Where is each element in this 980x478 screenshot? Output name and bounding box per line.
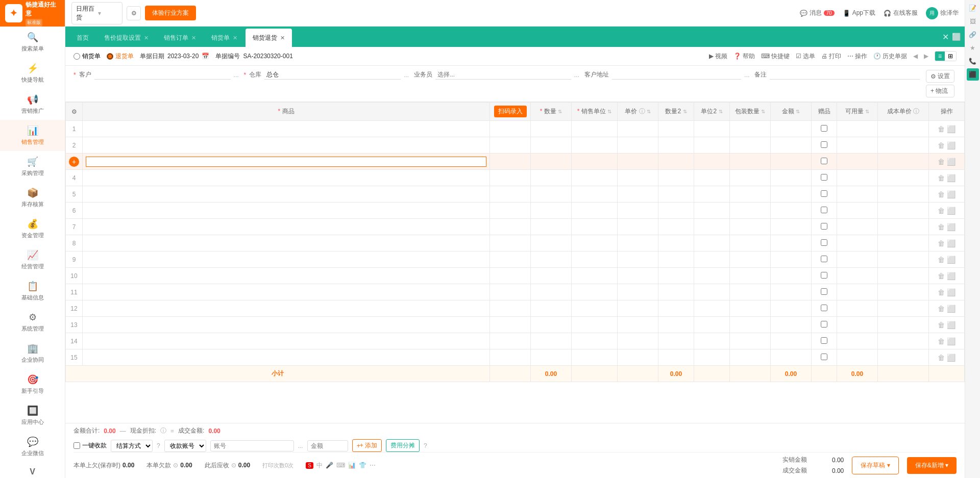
amount-cell[interactable]: [771, 317, 812, 333]
online-service-button[interactable]: 🎧 在线客服: [884, 9, 918, 17]
account-select[interactable]: 收款账号: [164, 440, 206, 452]
amount-cell[interactable]: [771, 219, 812, 235]
product-cell[interactable]: [83, 317, 490, 333]
quantity2-cell[interactable]: [658, 219, 694, 235]
sales-unit-cell[interactable]: [572, 170, 618, 186]
help-action[interactable]: ❓ 帮助: [733, 52, 755, 61]
message-button[interactable]: 💬 消息 70: [800, 9, 835, 17]
gift-cell[interactable]: [812, 268, 837, 284]
shortcut-action[interactable]: ⌨ 快捷键: [761, 52, 790, 61]
product-input[interactable]: [86, 157, 486, 167]
copy-row-icon[interactable]: ⬜: [947, 288, 955, 296]
quantity-cell[interactable]: [531, 317, 572, 333]
address-input[interactable]: [612, 70, 742, 80]
amount-cell[interactable]: [771, 300, 812, 317]
customer-select-icon[interactable]: ...: [234, 71, 239, 79]
unit2-cell[interactable]: [694, 251, 730, 268]
package-qty-cell[interactable]: [730, 137, 771, 154]
quantity2-cell[interactable]: [658, 333, 694, 349]
quantity2-cell[interactable]: [658, 349, 694, 366]
amount-cell[interactable]: [771, 170, 812, 186]
quantity2-cell[interactable]: [658, 251, 694, 268]
unit2-cell[interactable]: [694, 284, 730, 300]
product-cell[interactable]: [83, 203, 490, 219]
quantity-cell[interactable]: [531, 121, 572, 137]
account-dots[interactable]: ...: [298, 442, 303, 449]
copy-row-icon[interactable]: ⬜: [947, 125, 955, 133]
unit2-cell[interactable]: [694, 137, 730, 154]
delete-row-icon[interactable]: 🗑: [938, 158, 945, 166]
product-cell[interactable]: [83, 219, 490, 235]
product-cell[interactable]: [83, 154, 490, 170]
delete-row-icon[interactable]: 🗑: [938, 305, 945, 313]
package-qty-cell[interactable]: [730, 186, 771, 203]
restore-tab-icon[interactable]: ⬜: [952, 33, 961, 41]
cost-price-cell[interactable]: [878, 235, 929, 251]
unit-price-cell[interactable]: [618, 219, 658, 235]
unit2-cell[interactable]: [694, 317, 730, 333]
amount-sort-icon[interactable]: ⇅: [796, 109, 800, 114]
copy-row-icon[interactable]: ⬜: [947, 321, 955, 329]
gift-checkbox[interactable]: [821, 288, 827, 295]
unit-price-cell[interactable]: [618, 317, 658, 333]
sidebar-item-finance[interactable]: 💰 资金管理: [0, 213, 65, 244]
quantity2-cell[interactable]: [658, 317, 694, 333]
product-cell[interactable]: [83, 186, 490, 203]
unit2-cell[interactable]: [694, 170, 730, 186]
cost-price-cell[interactable]: [878, 137, 929, 154]
copy-row-icon[interactable]: ⬜: [947, 158, 955, 166]
available-cell[interactable]: [837, 333, 878, 349]
quantity2-cell[interactable]: [658, 137, 694, 154]
gift-checkbox[interactable]: [821, 354, 827, 360]
gift-cell[interactable]: [812, 170, 837, 186]
unit-price-sort-icon[interactable]: ⇅: [647, 109, 651, 114]
gift-checkbox[interactable]: [821, 174, 827, 181]
quantity-sort-icon[interactable]: ⇅: [558, 109, 562, 114]
product-cell[interactable]: [83, 121, 490, 137]
unit2-cell[interactable]: [694, 203, 730, 219]
sidebar-item-inventory[interactable]: 📦 库存核算: [0, 182, 65, 213]
gift-cell[interactable]: [812, 284, 837, 300]
quantity-cell[interactable]: [531, 333, 572, 349]
amount-cell[interactable]: [771, 154, 812, 170]
amount-cell[interactable]: [771, 333, 812, 349]
product-cell[interactable]: [83, 268, 490, 284]
copy-row-icon[interactable]: ⬜: [947, 207, 955, 215]
right-tool-image[interactable]: 🖼: [967, 15, 979, 28]
quantity2-cell[interactable]: [658, 284, 694, 300]
amount-cell[interactable]: [771, 251, 812, 268]
dots-icon[interactable]: ⋯: [370, 462, 376, 469]
available-cell[interactable]: [837, 268, 878, 284]
sidebar-item-purchase[interactable]: 🛒 采购管理: [0, 151, 65, 182]
gift-checkbox[interactable]: [821, 337, 827, 344]
sales-unit-cell[interactable]: [572, 154, 618, 170]
package-qty-cell[interactable]: [730, 284, 771, 300]
experience-btn[interactable]: 体验行业方案: [145, 6, 196, 20]
quantity2-cell[interactable]: [658, 235, 694, 251]
copy-row-icon[interactable]: ⬜: [947, 174, 955, 182]
sidebar-item-shortcuts[interactable]: ⚡ 快捷导航: [0, 58, 65, 89]
available-cell[interactable]: [837, 251, 878, 268]
tab-close-sales-delivery[interactable]: ✕: [233, 35, 237, 41]
unit-price-cell[interactable]: [618, 300, 658, 317]
delete-row-icon[interactable]: 🗑: [938, 141, 945, 149]
one-click-pay-checkbox[interactable]: 一键收款: [74, 441, 107, 450]
sidebar-item-member[interactable]: V 畅会员: [0, 462, 65, 478]
quantity2-cell[interactable]: [658, 121, 694, 137]
unit2-sort-icon[interactable]: ⇅: [719, 109, 723, 114]
available-cell[interactable]: [837, 154, 878, 170]
quantity2-sort-icon[interactable]: ⇅: [683, 109, 687, 114]
amount-cell[interactable]: [771, 186, 812, 203]
delete-row-icon[interactable]: 🗑: [938, 239, 945, 247]
product-cell[interactable]: [83, 284, 490, 300]
gift-checkbox[interactable]: [821, 272, 827, 279]
available-cell[interactable]: [837, 284, 878, 300]
th-gear[interactable]: ⚙: [66, 103, 83, 121]
unit-price-cell[interactable]: [618, 121, 658, 137]
tab-sales-order[interactable]: 销售订单 ✕: [157, 29, 203, 47]
user-profile-button[interactable]: 用 徐泽华: [926, 7, 959, 19]
delete-row-icon[interactable]: 🗑: [938, 354, 945, 362]
select-action[interactable]: ☑ 选单: [796, 52, 815, 61]
product-cell[interactable]: [83, 170, 490, 186]
logistics-side-btn[interactable]: + 物流: [926, 85, 954, 97]
